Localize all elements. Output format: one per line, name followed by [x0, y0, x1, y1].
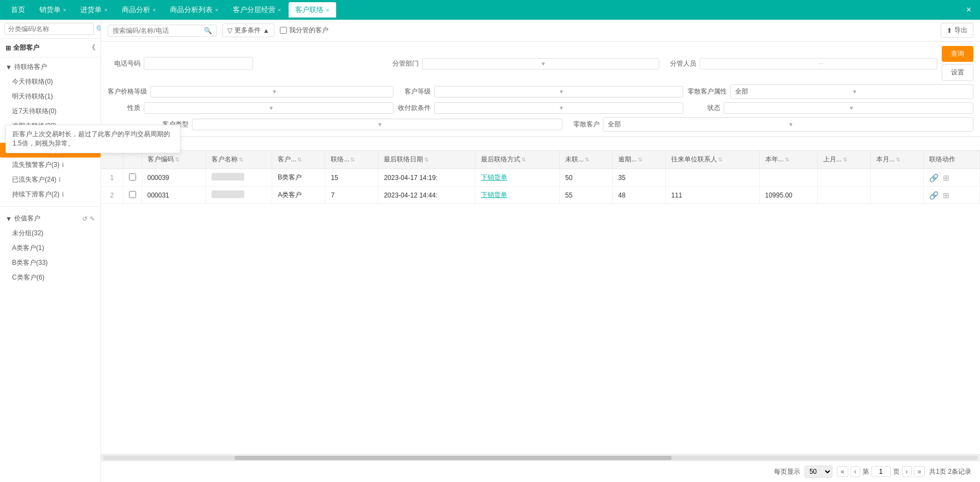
manager-select[interactable]: ···: [700, 58, 937, 69]
row-1-checkbox[interactable]: [129, 173, 136, 181]
sidebar-item-declining[interactable]: 持续下滑客户(2) ℹ: [0, 187, 101, 202]
customer-type-select[interactable]: ▼: [192, 119, 562, 130]
per-page-label: 每页显示: [774, 467, 800, 477]
retail-attr-select[interactable]: 全部 ▼: [730, 84, 973, 99]
col-contacts-person[interactable]: 往来单位联系人 ⇅: [666, 150, 760, 169]
row-1-this-month: [870, 169, 923, 187]
nav-tab-goods-list-close[interactable]: ×: [215, 7, 218, 13]
price-level-select[interactable]: ▼: [150, 86, 394, 97]
chevron-up-icon: ▲: [263, 27, 269, 34]
sidebar-collapse-icon[interactable]: 《: [89, 43, 95, 53]
row-1-link-icon[interactable]: 🔗: [929, 173, 938, 182]
sort-icon-level: ⇅: [297, 156, 302, 162]
scroll-track: [103, 456, 978, 460]
nav-tab-sales[interactable]: 销货单 ×: [33, 2, 73, 18]
col-last-contact-method[interactable]: 最后联络方式 ⇅: [476, 150, 560, 169]
sidebar-item-tomorrow-pending[interactable]: 明天待联络(1): [0, 89, 101, 104]
export-button[interactable]: ⬆ 导出: [941, 23, 973, 38]
payment-select[interactable]: ▼: [434, 102, 684, 114]
customer-level-select[interactable]: ▼: [434, 86, 684, 97]
sidebar-item-lost-warning[interactable]: 流失预警客户(3) ℹ: [0, 158, 101, 172]
nav-tab-customer-tier-close[interactable]: ×: [278, 7, 281, 13]
horizontal-scrollbar[interactable]: [101, 454, 980, 461]
sidebar-item-class-a[interactable]: A类客户(1): [0, 241, 101, 255]
dept-select[interactable]: ▼: [422, 58, 660, 69]
lost-warning-info-icon[interactable]: ℹ: [62, 161, 64, 169]
row-1-name: [206, 169, 272, 187]
row-2-contact-count: 7: [325, 187, 378, 204]
sidebar-item-class-c-label: C类客户(6): [12, 273, 44, 282]
sort-icon-this-year: ⇅: [785, 156, 789, 162]
nav-tab-home[interactable]: 首页: [4, 2, 32, 18]
nav-tab-goods-analysis-close[interactable]: ×: [152, 7, 156, 13]
nav-tab-sales-close[interactable]: ×: [63, 7, 66, 13]
col-last-month[interactable]: 上月... ⇅: [817, 150, 870, 169]
phone-input[interactable]: [144, 57, 253, 70]
per-page-select[interactable]: 50 20 100: [805, 466, 832, 478]
already-lost-info-icon[interactable]: ℹ: [58, 176, 61, 183]
page-input[interactable]: [871, 466, 891, 477]
value-section: ▼ 价值客户 ↺ ✎ 未分组(32) A类客户(1) B类客户(33) C类客户…: [0, 209, 101, 287]
last-page-btn[interactable]: »: [914, 466, 925, 477]
setting-button[interactable]: 设置: [942, 64, 973, 81]
col-this-month[interactable]: 本月... ⇅: [870, 150, 923, 169]
table-row: 1 000039 B类客户 15 2023-04-17 14:19: 下销货单 …: [101, 169, 980, 187]
row-2-action-icons: 🔗 ⊞: [929, 191, 974, 200]
my-customers-checkbox[interactable]: [280, 27, 287, 34]
col-contact-count[interactable]: 联络... ⇅: [325, 150, 378, 169]
tooltip-text: 距客户上次交易时长，超过了此客户的平均交易周期的1.5倍，则视为异常。: [13, 130, 101, 147]
col-customer-code[interactable]: 客户编码 ⇅: [142, 150, 206, 169]
value-group-label[interactable]: ▼ 价值客户 ↺ ✎: [0, 211, 101, 226]
sidebar-item-class-c[interactable]: C类客户(6): [0, 270, 101, 285]
nav-tab-purchase-close[interactable]: ×: [104, 7, 107, 13]
refresh-icon[interactable]: ↺: [82, 215, 87, 223]
sidebar-item-already-lost[interactable]: 已流失客户(24) ℹ: [0, 172, 101, 187]
next-page-btn[interactable]: ›: [902, 466, 912, 477]
retail-customer-select[interactable]: 全部 ▼: [603, 117, 973, 132]
col-last-contact-date[interactable]: 最后联络日期 ⇅: [378, 150, 476, 169]
row-2-checkbox[interactable]: [129, 191, 136, 198]
pending-group-label[interactable]: ▼ 待联络客户: [0, 60, 101, 74]
query-button[interactable]: 查询: [942, 46, 973, 62]
row-1-method-link[interactable]: 下销货单: [481, 173, 507, 181]
sidebar-item-tomorrow-pending-label: 明天待联络(1): [12, 92, 53, 101]
table-container: 客户编码 ⇅ 客户名称 ⇅ 客户...: [101, 150, 980, 454]
declining-info-icon[interactable]: ℹ: [62, 191, 64, 198]
col-this-year[interactable]: 本年... ⇅: [759, 150, 817, 169]
row-2-menu-icon[interactable]: ⊞: [943, 191, 949, 200]
row-2-link-icon[interactable]: 🔗: [929, 191, 938, 200]
nav-tab-customer-tier[interactable]: 客户分层经营 ×: [226, 2, 287, 18]
row-1-menu-icon[interactable]: ⊞: [943, 173, 949, 182]
sidebar-search-input[interactable]: [4, 23, 94, 35]
sidebar-item-ungrouped[interactable]: 未分组(32): [0, 226, 101, 241]
nav-tab-purchase[interactable]: 进货单 ×: [74, 2, 114, 18]
prev-page-btn[interactable]: ‹: [850, 466, 860, 477]
status-select[interactable]: ▼: [724, 102, 973, 114]
retail-attr-label: 零散客户属性: [688, 87, 727, 96]
col-customer-level[interactable]: 客户... ⇅: [272, 150, 325, 169]
payment-label: 收付款条件: [398, 103, 431, 113]
col-uncontacted[interactable]: 未联... ⇅: [559, 150, 612, 169]
nav-tab-goods-list[interactable]: 商品分析列表 ×: [163, 2, 225, 18]
toolbar-search-input[interactable]: [113, 27, 201, 34]
sidebar-item-class-b[interactable]: B类客户(33): [0, 255, 101, 270]
first-page-btn[interactable]: «: [837, 466, 848, 477]
filter-buttons: 查询 设置: [942, 46, 973, 81]
nav-tab-customer-contact-close[interactable]: ×: [326, 7, 329, 13]
toolbar-search-icon[interactable]: 🔍: [204, 27, 212, 34]
more-conditions-button[interactable]: ▽ 更多条件 ▲: [222, 24, 274, 37]
sidebar-item-7day-pending[interactable]: 近7天待联络(0): [0, 104, 101, 119]
col-customer-name[interactable]: 客户名称 ⇅: [206, 150, 272, 169]
close-all-button[interactable]: ×: [962, 5, 976, 15]
sidebar-search-icon[interactable]: 🔍: [96, 25, 101, 33]
filter-row-2: 客户价格等级 ▼ 客户等级 ▼ 零散客户属性 全部: [108, 84, 973, 99]
gender-select[interactable]: ▼: [144, 102, 394, 114]
row-2-method-link[interactable]: 下销货单: [481, 191, 507, 199]
nav-tab-goods-analysis[interactable]: 商品分析 ×: [115, 2, 162, 18]
nav-tab-customer-contact[interactable]: 客户联络 ×: [289, 2, 336, 18]
page-end-label: 页: [893, 467, 900, 477]
edit-icon[interactable]: ✎: [90, 215, 95, 223]
sidebar-item-today-pending[interactable]: 今天待联络(0): [0, 74, 101, 89]
filter-customer-type: 客户类型 ▼: [156, 119, 562, 130]
col-overdue[interactable]: 逾期... ⇅: [613, 150, 666, 169]
